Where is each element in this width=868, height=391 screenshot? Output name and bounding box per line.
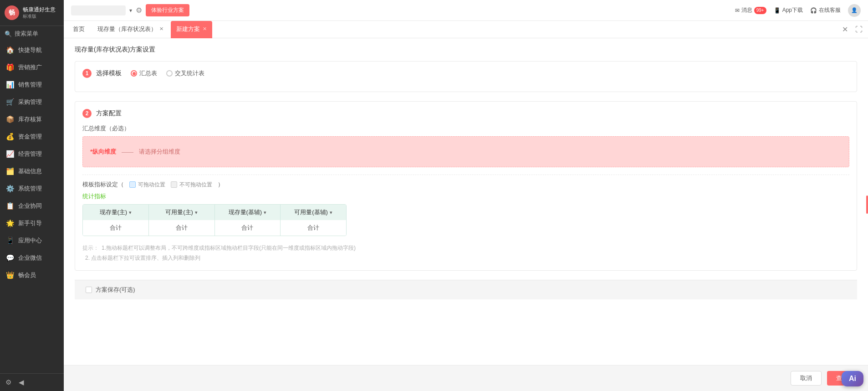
inventory-status-close-icon[interactable]: ✕ [159,26,163,32]
avatar[interactable]: 👤 [848,4,861,17]
stats-col-2-label: 现存量(基辅) [229,208,262,216]
tab-home[interactable]: 首页 [67,21,90,38]
tab-expand-button[interactable]: ⛶ [853,24,864,36]
stats-col-0-label: 现存量(主) [100,208,128,216]
app-download-button[interactable]: 📱 App下载 [774,6,803,14]
tab-inventory-status[interactable]: 现存量（库存状况表） ✕ [92,21,169,38]
step1-title: 选择模板 [96,69,122,77]
stats-col-1-label: 可用量(主) [165,208,193,216]
radio-summary[interactable]: 汇总表 [131,69,157,77]
sidebar-item-label: 基础信息 [18,167,42,175]
tip-text-1: 2. 点击标题栏下拉可设置排序、插入列和删除列 [85,253,200,263]
logo-name: 畅康通好生意 [23,6,56,14]
col3-dropdown-icon[interactable]: ▾ [330,210,332,216]
sidebar-item-app-center[interactable]: 📱 应用中心 [0,232,64,249]
sidebar-search[interactable]: 🔍 搜索菜单 [0,26,64,41]
template-radio-group: 汇总表 交叉统计表 [131,69,204,77]
legend-draggable: 可拖动位置 [129,181,165,189]
app-center-icon: 📱 [5,237,15,245]
stats-body-col-0: 合计 [83,220,149,236]
sidebar-item-label: 销售管理 [18,81,42,89]
stats-body-col-3: 合计 [281,220,346,236]
sidebar-item-basic-info[interactable]: 🗂️ 基础信息 [0,163,64,180]
radio-cross[interactable]: 交叉统计表 [166,69,204,77]
trial-button[interactable]: 体验行业方案 [146,4,189,16]
enterprise-icon: 📋 [5,202,15,210]
message-label: 消息 [741,6,752,14]
wechat-icon: 💬 [5,254,15,262]
sidebar-logo: 畅 畅康通好生意 标准版 [0,0,64,26]
ai-button[interactable]: Ai [842,371,863,386]
sidebar-item-label: 经营管理 [18,150,42,158]
sidebar-item-purchase[interactable]: 🛒 采购管理 [0,93,64,111]
sidebar: 畅 畅康通好生意 标准版 🔍 搜索菜单 🏠 快捷导航 🎁 营销推广 📊 销售管理… [0,0,64,391]
sidebar-item-operations[interactable]: 📈 经营管理 [0,145,64,163]
tabs-bar: 首页 现存量（库存状况表） ✕ 新建方案 ✕ ✕ ⛶ [64,21,868,38]
divider1 [82,175,849,175]
sidebar-item-finance[interactable]: 💰 资金管理 [0,128,64,145]
message-button[interactable]: ✉ 消息 99+ [735,6,766,14]
finance-icon: 💰 [5,133,15,141]
sidebar-item-sales[interactable]: 📊 销售管理 [0,76,64,93]
sidebar-item-inventory[interactable]: 📦 库存核算 [0,111,64,128]
sidebar-item-label: 库存核算 [18,115,42,123]
topbar-gear-icon[interactable]: ⚙ [136,6,142,15]
stats-col-2[interactable]: 现存量(基辅) ▾ [215,205,281,220]
sidebar-bottom: ⚙ ◀ [0,373,64,391]
sidebar-item-label: 应用中心 [18,237,42,245]
breadcrumb-area: ▾ ⚙ 体验行业方案 [71,4,730,16]
stats-col-1[interactable]: 可用量(主) ▾ [149,205,215,220]
cancel-button[interactable]: 取消 [791,371,822,386]
app-download-label: App下载 [782,6,803,14]
topbar-dropdown-icon[interactable]: ▾ [129,7,132,14]
operations-icon: 📈 [5,150,15,158]
save-label: 方案保存(可选) [96,286,135,294]
inventory-icon: 📦 [5,115,15,123]
sidebar-item-system[interactable]: ⚙️ 系统管理 [0,180,64,197]
sidebar-item-guide[interactable]: 🌟 新手引导 [0,215,64,232]
sidebar-item-wechat[interactable]: 💬 企业微信 [0,249,64,267]
tabs-controls: ✕ ⛶ [840,23,864,36]
sidebar-item-quick-nav[interactable]: 🏠 快捷导航 [0,41,64,59]
radio-cross-circle [166,70,173,77]
col2-dropdown-icon[interactable]: ▾ [264,210,266,216]
stats-col-3[interactable]: 可用量(基辅) ▾ [281,205,346,220]
new-scheme-close-icon[interactable]: ✕ [203,26,207,32]
sidebar-nav: 🏠 快捷导航 🎁 营销推广 📊 销售管理 🛒 采购管理 📦 库存核算 💰 资金管… [0,41,64,373]
tab-new-scheme[interactable]: 新建方案 ✕ [171,21,212,38]
sidebar-item-label: 新手引导 [18,219,42,227]
app-download-icon: 📱 [774,7,781,14]
member-icon: 👑 [5,271,15,279]
stats-col-3-label: 可用量(基辅) [294,208,328,216]
new-scheme-tab-label: 新建方案 [176,25,200,33]
collapse-icon[interactable]: ◀ [19,378,24,386]
sidebar-item-marketing[interactable]: 🎁 营销推广 [0,59,64,76]
stats-col-0[interactable]: 现存量(主) ▾ [83,205,149,220]
tips-box: 提示： 1.拖动标题栏可以调整布局，不可跨维度或指标区域拖动栏目字段(只能在同一… [82,243,849,263]
col0-dropdown-icon[interactable]: ▾ [129,210,132,216]
save-option: 方案保存(可选) [75,280,857,299]
legend-draggable-label: 可拖动位置 [138,181,165,189]
stats-table: 现存量(主) ▾ 可用量(主) ▾ 现存量(基辅) ▾ 可用量(基辅) [82,204,347,236]
dim-selection-box[interactable]: *纵向维度 —— 请选择分组维度 [82,136,849,167]
tip-text-0: 1.拖动标题栏可以调整布局，不可跨维度或指标区域拖动栏目字段(只能在同一维度或指… [102,243,356,253]
bottom-bar: 取消 查询 [64,365,868,391]
settings-icon[interactable]: ⚙ [5,378,11,386]
home-tab-label: 首页 [73,25,85,33]
online-service-button[interactable]: 🎧 在线客服 [810,6,841,14]
save-checkbox[interactable] [86,287,92,293]
topbar: ▾ ⚙ 体验行业方案 ✉ 消息 99+ 📱 App下载 🎧 在线客服 👤 [64,0,868,21]
section-scheme-config: 2 方案配置 汇总维度（必选） *纵向维度 —— 请选择分组维度 模板指标设定（ [75,101,857,271]
dim-placeholder: 请选择分组维度 [139,148,180,156]
col1-dropdown-icon[interactable]: ▾ [195,210,198,216]
tab-close-button[interactable]: ✕ [840,23,850,36]
sidebar-item-label: 快捷导航 [18,46,42,54]
path-input[interactable] [71,5,126,15]
inventory-status-tab-label: 现存量（库存状况表） [97,25,157,33]
quick-nav-icon: 🏠 [5,46,15,54]
marketing-icon: 🎁 [5,63,15,72]
stats-table-header: 现存量(主) ▾ 可用量(主) ▾ 现存量(基辅) ▾ 可用量(基辅) [83,205,346,220]
stats-body-col-1: 合计 [149,220,215,236]
sidebar-item-member[interactable]: 👑 畅会员 [0,267,64,284]
sidebar-item-enterprise[interactable]: 📋 企业协同 [0,197,64,215]
